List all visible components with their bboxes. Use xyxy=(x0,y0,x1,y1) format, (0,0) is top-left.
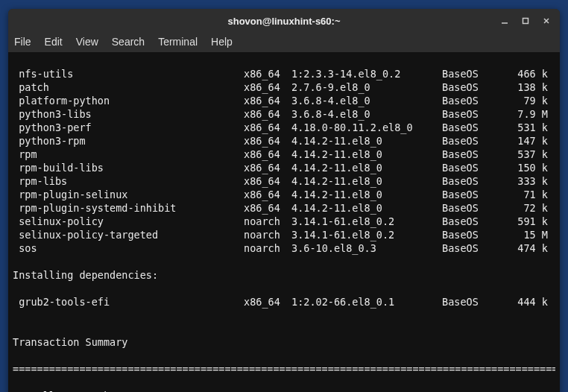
package-repo: BaseOS xyxy=(442,134,502,148)
package-version: 3.6.8-4.el8_0 xyxy=(291,107,442,121)
package-arch: noarch xyxy=(244,228,291,241)
package-repo: BaseOS xyxy=(442,148,502,161)
package-name: nfs-utils xyxy=(13,67,244,80)
package-row: selinux-policynoarch3.14.1-61.el8_0.2Bas… xyxy=(13,215,555,228)
package-name: selinux-policy xyxy=(13,215,244,228)
package-arch: x86_64 xyxy=(244,107,291,121)
summary-rule: ========================================… xyxy=(13,362,555,376)
package-size: 7.9 M xyxy=(502,107,548,121)
window-title: shovon@linuxhint-s60:~ xyxy=(228,16,341,27)
package-name: grub2-tools-efi xyxy=(13,295,244,309)
package-name: platform-python xyxy=(13,94,244,107)
package-arch: x86_64 xyxy=(244,134,291,148)
package-version: 3.6.8-4.el8_0 xyxy=(291,94,442,107)
terminal-output[interactable]: nfs-utilsx86_641:2.3.3-14.el8_0.2BaseOS4… xyxy=(8,52,560,392)
package-version: 4.14.2-11.el8_0 xyxy=(291,161,442,174)
package-version: 3.14.1-61.el8_0.2 xyxy=(291,215,442,228)
package-name: rpm xyxy=(13,148,244,161)
minimize-button[interactable] xyxy=(494,12,515,30)
package-name: patch xyxy=(13,80,244,94)
package-version: 4.14.2-11.el8_0 xyxy=(291,134,442,148)
package-repo: BaseOS xyxy=(442,174,502,188)
menubar: File Edit View Search Terminal Help xyxy=(8,33,560,52)
summary-install: Install 4 Packages xyxy=(13,389,555,392)
menu-file[interactable]: File xyxy=(14,36,31,48)
package-version: 4.14.2-11.el8_0 xyxy=(291,188,442,201)
package-name: python3-libs xyxy=(13,107,244,121)
summary-heading: Transaction Summary xyxy=(13,335,555,349)
package-version: 4.14.2-11.el8_0 xyxy=(291,174,442,188)
package-row: python3-rpmx86_644.14.2-11.el8_0BaseOS14… xyxy=(13,134,555,148)
package-size: 147 k xyxy=(502,134,548,148)
package-version: 3.6-10.el8_0.3 xyxy=(291,241,442,255)
package-row: platform-pythonx86_643.6.8-4.el8_0BaseOS… xyxy=(13,94,555,107)
package-name: rpm-plugin-selinux xyxy=(13,188,244,201)
package-size: 79 k xyxy=(502,94,548,107)
package-arch: noarch xyxy=(244,215,291,228)
package-size: 466 k xyxy=(502,67,548,80)
package-arch: x86_64 xyxy=(244,295,291,309)
package-size: 531 k xyxy=(502,121,548,134)
package-row: rpm-plugin-systemd-inhibitx86_644.14.2-1… xyxy=(13,201,555,215)
menu-terminal[interactable]: Terminal xyxy=(158,36,198,48)
package-name: rpm-plugin-systemd-inhibit xyxy=(13,201,244,215)
close-icon xyxy=(543,17,550,25)
package-size: 72 k xyxy=(502,201,548,215)
package-arch: x86_64 xyxy=(244,94,291,107)
package-row: rpmx86_644.14.2-11.el8_0BaseOS537 k xyxy=(13,148,555,161)
package-arch: x86_64 xyxy=(244,201,291,215)
titlebar: shovon@linuxhint-s60:~ xyxy=(8,9,560,33)
package-name: sos xyxy=(13,241,244,255)
svg-rect-1 xyxy=(523,19,528,24)
package-name: selinux-policy-targeted xyxy=(13,228,244,241)
package-version: 1:2.3.3-14.el8_0.2 xyxy=(291,67,442,80)
maximize-button[interactable] xyxy=(515,12,536,30)
menu-search[interactable]: Search xyxy=(112,36,145,48)
deps-header: Installing dependencies: xyxy=(13,268,555,282)
close-button[interactable] xyxy=(536,12,557,30)
package-version: 3.14.1-61.el8_0.2 xyxy=(291,228,442,241)
menu-help[interactable]: Help xyxy=(211,36,233,48)
package-repo: BaseOS xyxy=(442,80,502,94)
package-row: python3-libsx86_643.6.8-4.el8_0BaseOS7.9… xyxy=(13,107,555,121)
package-arch: x86_64 xyxy=(244,188,291,201)
menu-view[interactable]: View xyxy=(76,36,98,48)
package-version: 4.14.2-11.el8_0 xyxy=(291,148,442,161)
package-size: 591 k xyxy=(502,215,548,228)
package-name: rpm-build-libs xyxy=(13,161,244,174)
package-size: 150 k xyxy=(502,161,548,174)
package-size: 537 k xyxy=(502,148,548,161)
package-repo: BaseOS xyxy=(442,188,502,201)
package-arch: x86_64 xyxy=(244,161,291,174)
package-repo: BaseOS xyxy=(442,107,502,121)
package-row: grub2-tools-efix86_641:2.02-66.el8_0.1Ba… xyxy=(13,295,555,309)
package-repo: BaseOS xyxy=(442,161,502,174)
terminal-window: shovon@linuxhint-s60:~ File Edit View Se… xyxy=(8,9,560,392)
package-size: 15 M xyxy=(502,228,548,241)
package-repo: BaseOS xyxy=(442,121,502,134)
package-row: rpm-plugin-selinuxx86_644.14.2-11.el8_0B… xyxy=(13,188,555,201)
package-repo: BaseOS xyxy=(442,201,502,215)
menu-edit[interactable]: Edit xyxy=(45,36,63,48)
package-name: python3-perf xyxy=(13,121,244,134)
package-arch: x86_64 xyxy=(244,174,291,188)
package-repo: BaseOS xyxy=(442,228,502,241)
package-version: 4.18.0-80.11.2.el8_0 xyxy=(291,121,442,134)
package-row: selinux-policy-targetednoarch3.14.1-61.e… xyxy=(13,228,555,241)
package-size: 71 k xyxy=(502,188,548,201)
package-row: rpm-build-libsx86_644.14.2-11.el8_0BaseO… xyxy=(13,161,555,174)
package-version: 4.14.2-11.el8_0 xyxy=(291,201,442,215)
package-size: 444 k xyxy=(502,295,548,309)
maximize-icon xyxy=(522,17,529,25)
package-row: python3-perfx86_644.18.0-80.11.2.el8_0Ba… xyxy=(13,121,555,134)
package-name: python3-rpm xyxy=(13,134,244,148)
package-row: nfs-utilsx86_641:2.3.3-14.el8_0.2BaseOS4… xyxy=(13,67,555,80)
package-row: sosnoarch3.6-10.el8_0.3BaseOS474 k xyxy=(13,241,555,255)
package-row: rpm-libsx86_644.14.2-11.el8_0BaseOS333 k xyxy=(13,174,555,188)
window-controls xyxy=(494,12,557,30)
package-arch: x86_64 xyxy=(244,80,291,94)
package-name: rpm-libs xyxy=(13,174,244,188)
minimize-icon xyxy=(501,17,508,25)
package-repo: BaseOS xyxy=(442,67,502,80)
package-version: 1:2.02-66.el8_0.1 xyxy=(291,295,442,309)
